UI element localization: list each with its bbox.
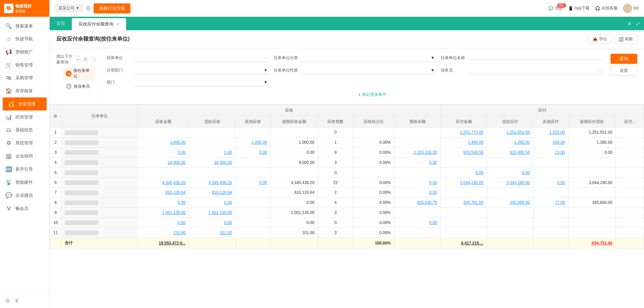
tab-close-window-icon[interactable]: ✕ [627, 20, 632, 27]
refresh-icon: 🔄 [619, 37, 624, 42]
sidebar-item-inventory[interactable]: 🏠库存核算 [0, 84, 49, 97]
sidebar-item-basic-info[interactable]: 🗂基础信息 [0, 124, 49, 136]
table-row: 1 0 1,252,773.00 1,251,551.00 1,222.00 1… [50, 128, 644, 138]
table-row: 9 1,001,135.00 1,001,135.00 1,001,135.00… [50, 208, 644, 218]
sidebar-item-system[interactable]: ⚙系统管理 [0, 136, 49, 149]
partner-nature-label: 往来单位性质 [274, 68, 298, 73]
sidebar-item-search-menu[interactable]: 🔍搜索菜单 [0, 19, 49, 33]
filter-collapse-button[interactable]: 《 [91, 56, 96, 63]
sidebar-item-enterprise-wx[interactable]: 💬企业微信 [0, 189, 49, 202]
partner-category-input[interactable]: ▼ [301, 54, 437, 62]
menu-icon-purchase: 🛍 [5, 75, 12, 81]
department-dropdown: ▼ [264, 80, 268, 85]
filter-scheme-list: ⊕ 按往来单位 ⊙ 按业务员 [63, 67, 96, 91]
field-settlement-unit: 结算单位 ··· [107, 54, 270, 62]
footer-ap-overdue[interactable]: -654,751.40 [569, 238, 616, 249]
row-ar-ratio: 0.00% [353, 208, 394, 218]
scheme-by-partner[interactable]: ⊕ 按往来单位 [63, 67, 96, 81]
partner-nature-dropdown: ▼ [431, 68, 435, 73]
filter-add-button[interactable]: + [76, 56, 81, 63]
message-button[interactable]: 💬 消息 99+ [548, 5, 563, 11]
topbar-gear-icon[interactable]: ⚙ [86, 5, 91, 12]
sidebar-item-quick-nav[interactable]: ⌂快捷导航 [0, 33, 49, 45]
filter-row-2: 分管部门 ▼ 往来单位性质 ▼ [107, 66, 637, 75]
sidebar-item-sales[interactable]: 🛒销售管理 [0, 58, 49, 72]
tab-expand-icon[interactable]: ⤢ [636, 20, 640, 27]
row-ar-amount: 152.00 [138, 228, 189, 238]
refresh-button[interactable]: 🔄 刷新 [614, 34, 637, 44]
row-ap-other [533, 228, 569, 238]
partner-nature-input[interactable]: ▼ [301, 67, 437, 74]
app-download-button[interactable]: 📱 App下载 [568, 5, 590, 11]
sidebar-item-enterprise[interactable]: 🏢企业协同 [0, 149, 49, 163]
tab-ar-ap[interactable]: 应收应付余额查询 ✕ [72, 18, 126, 30]
table-settings-header[interactable]: ⚙ [50, 105, 61, 128]
page-title: 应收应付余额查询(按往来单位) [56, 36, 130, 43]
field-partner-name: 往来单位名称 [441, 54, 604, 62]
settings-footer-icon[interactable]: ⚙ [5, 298, 10, 304]
field-salesman: 业务员 ··· [441, 66, 604, 75]
query-button[interactable]: 查询 [610, 54, 637, 64]
row-ar-amount: 1,001,135.00 [138, 208, 189, 218]
row-ar-other [235, 187, 271, 197]
row-ar-loan: 0.00 [189, 218, 235, 228]
row-ar-amount: 1,000.00 [138, 137, 189, 147]
tab-ar-ap-label: 应收应付余额查询 [78, 21, 113, 27]
user-avatar-area[interactable]: Rit [623, 4, 639, 13]
salesman-input[interactable]: ··· [468, 66, 604, 75]
menu-label-operations: 经营管理 [15, 114, 33, 120]
partner-category-dropdown: ▼ [431, 55, 435, 60]
sidebar-item-finance[interactable]: 💰资金管理 [3, 97, 47, 111]
footer-ap-total[interactable]: 6,417,215.... [441, 238, 487, 249]
row-num: 6 [50, 178, 61, 188]
tabbar: 首页 应收应付余额查询 ✕ ✕ ⤢ [50, 17, 644, 30]
row-ap-loan: 1,251,551.00 [487, 128, 533, 138]
department-input[interactable]: ▼ [133, 79, 270, 86]
row-num: 2 [50, 137, 61, 147]
row-ar-overdue: 810,126.64 [271, 187, 318, 197]
sidebar-item-operations[interactable]: 📊经营管理 [0, 111, 49, 124]
tab-close-icon[interactable]: ✕ [116, 22, 119, 27]
collapse-footer-icon[interactable]: ⏸ [14, 298, 19, 304]
tab-home[interactable]: 首页 [50, 17, 72, 30]
data-table: ⚙ 往来单位 应收 应付 应收金额 贷款应收 其他应收 超期应收金额 应收笔数 … [50, 104, 644, 249]
dept-dropdown: ▼ [264, 68, 268, 73]
topbar-breadcrumb: 某某公司 ▼ ⚙ 体验行业方案 [55, 3, 544, 13]
row-ap-overdue [569, 158, 616, 168]
filter-action-buttons: 查询 设置 [610, 54, 637, 76]
menu-label-enterprise: 企业协同 [15, 153, 33, 159]
page-header: 应收应付余额查询(按往来单位) 📤 导出 🔄 刷新 [50, 30, 644, 48]
collapse-more-button[interactable]: ∧ 收起更多条件 [107, 90, 637, 99]
row-num: 10 [50, 218, 61, 228]
online-service-button[interactable]: 🎧 在线客服 [595, 5, 618, 11]
row-ap-loan: 1,390.00 [487, 137, 533, 147]
footer-ar-total[interactable]: 19,553,472,6... [138, 238, 189, 249]
sidebar-item-marketing[interactable]: 📢营销推广 [0, 45, 49, 58]
menu-label-smart-hw: 智能硬件 [15, 179, 33, 185]
row-ap-loan: 915,495.56 [487, 147, 533, 158]
filter-setting-button[interactable]: 设置 [610, 66, 637, 76]
user-name: Rit [634, 6, 639, 11]
promo-button[interactable]: 体验行业方案 [94, 3, 130, 13]
sidebar-item-member[interactable]: Ⅴ畅会员 [0, 202, 49, 215]
export-button[interactable]: 📤 导出 [588, 34, 611, 44]
sidebar-item-purchase[interactable]: 🛍采购管理 [0, 72, 49, 84]
company-selector[interactable]: 某某公司 ▼ [55, 4, 83, 12]
row-ar-ratio: 0.00% [353, 158, 394, 168]
menu-icon-search-menu: 🔍 [5, 23, 12, 29]
scheme-by-salesman[interactable]: ⊙ 按业务员 [63, 82, 96, 91]
filter-settings-button[interactable]: ⚙ [84, 56, 88, 63]
row-num: 8 [50, 197, 61, 208]
row-partner [61, 147, 138, 158]
dept-input[interactable]: ▼ [133, 67, 270, 74]
row-partner [61, 158, 138, 168]
sidebar-item-smart-hw[interactable]: 📡智能硬件 [0, 176, 49, 189]
company-name: 某某公司 [58, 6, 74, 10]
partner-name-input[interactable] [468, 56, 604, 59]
row-ar-other [235, 218, 271, 228]
row-ap-loan [487, 218, 533, 228]
row-ap-amount [441, 187, 487, 197]
edition-label: 标准版 [15, 9, 32, 14]
settlement-unit-input[interactable]: ··· [133, 54, 270, 62]
sidebar-item-guide[interactable]: 🆕新手引导 [0, 163, 49, 176]
